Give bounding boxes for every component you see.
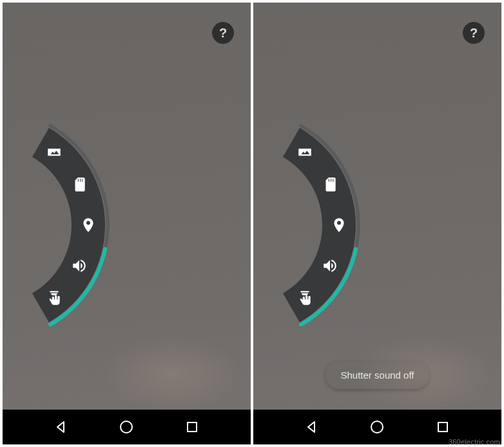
android-nav-bar [3, 410, 251, 444]
phone-screen: ? Shutter sound off [253, 3, 501, 444]
svg-rect-3 [438, 422, 447, 432]
phone-screen: ? [3, 3, 251, 444]
location-icon[interactable] [331, 217, 347, 233]
nav-home-button[interactable] [117, 418, 135, 436]
toast-message: Shutter sound off [325, 361, 430, 389]
sdcard-icon[interactable] [71, 176, 88, 193]
landscape-icon[interactable] [296, 144, 313, 161]
watermark-text: 360electric.com [449, 438, 500, 446]
nav-recent-button[interactable] [434, 418, 452, 436]
svg-rect-1 [188, 422, 197, 432]
nav-back-button[interactable] [52, 418, 70, 436]
help-button[interactable]: ? [463, 22, 485, 44]
sdcard-icon[interactable] [322, 176, 338, 193]
landscape-icon[interactable] [46, 144, 63, 161]
location-icon[interactable] [80, 217, 97, 233]
help-button[interactable]: ? [212, 22, 234, 44]
settings-ring [253, 109, 360, 341]
gesture-icon[interactable] [46, 290, 63, 306]
nav-back-button[interactable] [303, 418, 321, 436]
svg-point-0 [121, 421, 132, 433]
settings-ring [3, 109, 109, 341]
nav-home-button[interactable] [368, 418, 386, 436]
nav-recent-button[interactable] [183, 418, 201, 436]
sound-icon[interactable] [71, 257, 88, 274]
sound-icon[interactable] [322, 257, 338, 274]
svg-point-2 [371, 421, 383, 433]
gesture-icon[interactable] [296, 290, 313, 306]
